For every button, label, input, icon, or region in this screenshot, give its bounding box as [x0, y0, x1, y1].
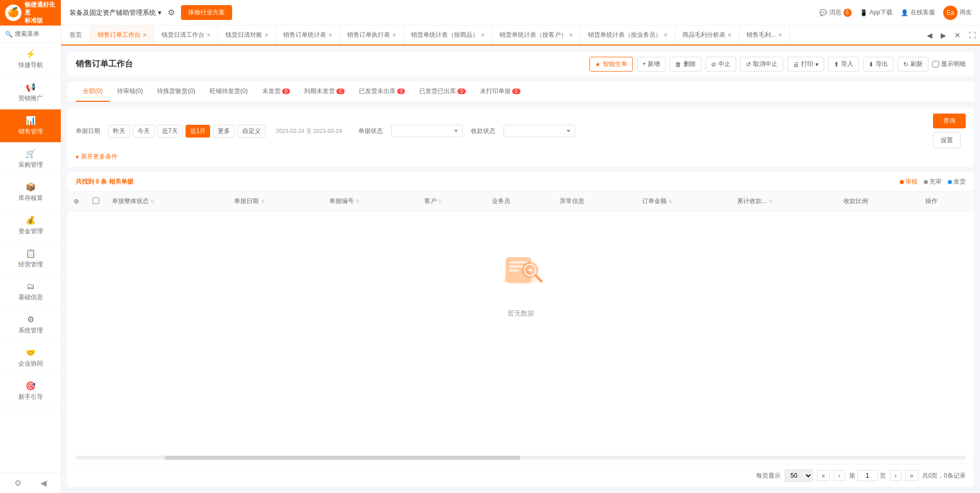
scrollbar-thumb[interactable] [165, 456, 520, 460]
select-all-checkbox[interactable] [93, 197, 99, 204]
sidebar-collapse-btn[interactable]: ◀ [40, 478, 47, 488]
tab-close-gross-margin[interactable]: ✕ [727, 32, 732, 38]
horizontal-scrollbar[interactable] [76, 456, 966, 460]
table-settings-icon[interactable]: ⚙ [74, 198, 79, 205]
import-btn[interactable]: ⬆ 导入 [828, 57, 859, 72]
sidebar-item-system[interactable]: ⚙ 系统管理 [0, 308, 61, 342]
collected-sort-icon[interactable]: ⇅ [768, 198, 772, 204]
filter-tab-all[interactable]: 全部(0) [76, 82, 110, 102]
svg-text:🍊: 🍊 [8, 7, 19, 18]
tab-close-sales-summary-staff[interactable]: ✕ [664, 32, 668, 38]
export-btn[interactable]: ⬇ 导出 [863, 57, 894, 72]
sidebar-item-finance[interactable]: 💰 资金管理 [0, 209, 61, 242]
filter-tab-shipped-out[interactable]: 已发货已出库0 [412, 82, 473, 102]
filter-tab-overdue[interactable]: 到期未发货0 [297, 82, 352, 102]
show-detail-label[interactable]: 显示明细 [932, 60, 966, 69]
sidebar-item-operations[interactable]: 📋 经营管理 [0, 242, 61, 276]
tab-prev-btn[interactable]: ◀ [923, 27, 937, 43]
date-custom-btn[interactable]: 自定义 [238, 125, 265, 138]
per-page-select[interactable]: 10 20 50 100 [785, 469, 813, 482]
sidebar-item-sales[interactable]: 📊 销售管理 [0, 109, 61, 143]
industry-btn[interactable]: 体验行业方案 [181, 5, 232, 20]
filter-tab-not-shipped[interactable]: 未发货0 [255, 82, 298, 102]
sidebar-item-enterprise[interactable]: 🤝 企业协同 [0, 342, 61, 375]
stop-btn[interactable]: ⊘ 中止 [705, 57, 736, 72]
filter-tabs: 全部(0) 待审核(0) 待拣货验货(0) 旺铺待发货(0) 未发货0 到期未发… [67, 82, 974, 102]
tab-close-sales-more[interactable]: ✕ [778, 32, 782, 38]
filter-tab-pending-inspect[interactable]: 待拣货验货(0) [150, 82, 202, 102]
cancel-review-action[interactable]: 充审 [924, 177, 942, 186]
tab-sales-exec[interactable]: 销售订单执行表 ✕ [340, 26, 404, 44]
sidebar-settings-btn[interactable]: ⚙ [14, 478, 21, 488]
user-menu-btn[interactable]: Ea 用友 [943, 6, 972, 20]
sidebar-item-purchase[interactable]: 🛒 采购管理 [0, 143, 61, 176]
last-page-btn[interactable]: » [905, 470, 918, 481]
ship-action[interactable]: 发货 [948, 177, 966, 186]
date-1month-btn[interactable]: 近1月 [186, 125, 211, 138]
status-sort-icon[interactable]: ⇅ [150, 198, 154, 204]
tab-close-sales-summary-customer[interactable]: ✕ [569, 32, 573, 38]
status-filter-select[interactable] [391, 125, 463, 137]
message-btn[interactable]: 💬 消息 6 [819, 8, 852, 17]
tab-close-cash-daily[interactable]: ✕ [207, 32, 211, 38]
tab-close-all-btn[interactable]: ✕ [950, 27, 965, 43]
tab-close-sales-exec[interactable]: ✕ [392, 32, 396, 38]
review-action[interactable]: 审核 [900, 177, 918, 186]
next-page-btn[interactable]: › [890, 470, 901, 481]
first-page-btn[interactable]: « [817, 470, 830, 481]
search-menu[interactable]: 🔍 搜索菜单 [0, 26, 61, 43]
sidebar-item-newbie[interactable]: 🎯 新手引导 [0, 375, 61, 408]
app-download-btn[interactable]: 📱 App下载 [860, 8, 893, 17]
filter-settings-btn[interactable]: 设置 [933, 132, 961, 148]
tab-gross-margin[interactable]: 商品毛利分析表 ✕ [675, 26, 739, 44]
filter-tab-pending-review[interactable]: 待审核(0) [110, 82, 150, 102]
tab-close-sales-workbench[interactable]: ✕ [143, 32, 147, 38]
tab-sales-summary-product[interactable]: 销货单统计表（按商品） ✕ [404, 26, 492, 44]
tab-sales-more[interactable]: 销售毛利... ✕ [739, 26, 790, 44]
online-service-btn[interactable]: 👤 在线客服 [901, 8, 935, 17]
tab-close-sales-stat[interactable]: ✕ [328, 32, 332, 38]
tab-close-cash-reconcile[interactable]: ✕ [264, 32, 268, 38]
print-btn[interactable]: 🖨 打印 ▾ [787, 57, 824, 72]
date-today-btn[interactable]: 今天 [133, 125, 154, 138]
expand-conditions-btn[interactable]: ▾ 展开更多条件 [76, 152, 118, 161]
tab-close-sales-summary-product[interactable]: ✕ [481, 32, 485, 38]
export-icon: ⬇ [869, 61, 874, 68]
filter-tab-wangpu[interactable]: 旺铺待发货(0) [202, 82, 255, 102]
sidebar-item-basic[interactable]: 🗂 基础信息 [0, 276, 61, 308]
cancel-stop-btn[interactable]: ↺ 取消中止 [740, 57, 783, 72]
tab-next-btn[interactable]: ▶ [937, 27, 950, 43]
date-more-btn[interactable]: 更多 [213, 125, 235, 138]
number-sort-icon[interactable]: ⇅ [355, 198, 359, 204]
prev-page-btn[interactable]: ‹ [834, 470, 845, 481]
tab-home[interactable]: 首页 [61, 26, 90, 44]
sidebar-item-inventory[interactable]: 📦 库存核算 [0, 176, 61, 209]
date-sort-icon[interactable]: ⇅ [261, 198, 265, 204]
customer-sort-icon[interactable]: ⇅ [438, 198, 442, 204]
sidebar-item-quick-nav[interactable]: ⚡ 快捷导航 [0, 43, 61, 76]
date-7days-btn[interactable]: 近7天 [157, 125, 183, 138]
amount-sort-icon[interactable]: ⇅ [668, 198, 672, 204]
query-btn[interactable]: 查询 [933, 114, 966, 128]
tab-cash-daily[interactable]: 钱货日清工作台 ✕ [154, 26, 218, 44]
tab-fullscreen-btn[interactable]: ⛶ [965, 27, 980, 43]
tab-cash-reconcile[interactable]: 钱货日清对账 ✕ [218, 26, 276, 44]
refresh-btn[interactable]: ↻ 刷新 [898, 57, 928, 72]
payment-filter-select[interactable] [504, 125, 575, 137]
tab-sales-stat[interactable]: 销售订单统计表 ✕ [276, 26, 340, 44]
tab-sales-workbench[interactable]: 销售订单工作台 ✕ [90, 26, 154, 46]
system-title-dropdown[interactable]: 装备及固定资产辅助管理系统 ▾ [70, 8, 162, 17]
new-btn[interactable]: + 新增 [637, 57, 666, 72]
filter-tab-not-printed[interactable]: 未打印单据0 [473, 82, 528, 102]
page-input[interactable] [857, 470, 878, 481]
show-detail-checkbox[interactable] [932, 61, 939, 68]
sidebar-item-marketing[interactable]: 📢 营销推广 [0, 76, 61, 109]
filter-tab-shipped-not-out[interactable]: 已发货未出库0 [352, 82, 413, 102]
delete-btn[interactable]: 🗑 删除 [670, 57, 701, 72]
tab-sales-summary-staff[interactable]: 销货单统计表（按业务员） ✕ [581, 26, 675, 44]
smart-generate-btn[interactable]: ★ 智能生单 [589, 57, 633, 72]
topbar-settings-icon[interactable]: ⚙ [168, 8, 175, 17]
date-yesterday-btn[interactable]: 昨天 [108, 125, 130, 138]
sidebar-bottom: ⚙ ◀ [0, 473, 61, 493]
tab-sales-summary-customer[interactable]: 销货单统计表（按客户） ✕ [492, 26, 581, 44]
